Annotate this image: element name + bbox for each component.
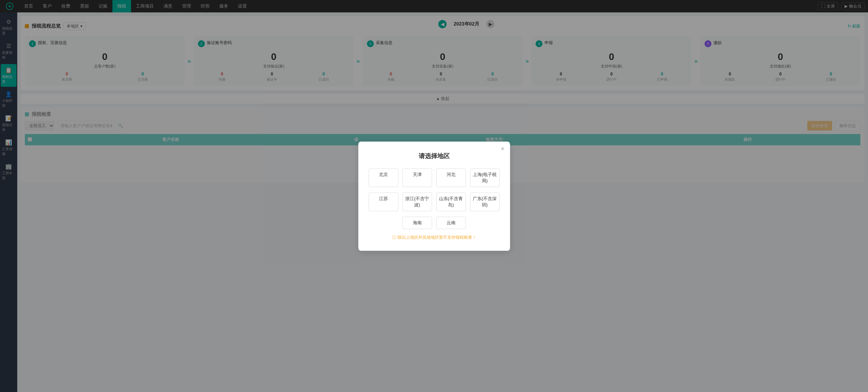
region-grid-row1: 北京 天津 河北 上海(电子税局) bbox=[369, 168, 500, 187]
region-btn-yunnan[interactable]: 云南 bbox=[436, 217, 466, 229]
region-grid-row2: 江苏 浙江(不含宁波) 山东(不含青岛) 广东(不含深圳) bbox=[369, 193, 500, 211]
modal-overlay[interactable]: × 请选择地区 北京 天津 河北 上海(电子税局) 江苏 浙江(不含宁波) 山东… bbox=[0, 0, 868, 392]
region-btn-tianjin[interactable]: 天津 bbox=[402, 168, 432, 187]
region-btn-hebei[interactable]: 河北 bbox=[436, 168, 466, 187]
region-btn-shandong[interactable]: 山东(不含青岛) bbox=[436, 193, 466, 211]
modal-close-button[interactable]: × bbox=[501, 146, 505, 152]
region-btn-guangdong[interactable]: 广东(不含深圳) bbox=[470, 193, 500, 211]
region-btn-beijing[interactable]: 北京 bbox=[369, 168, 398, 187]
region-btn-hainan[interactable]: 海南 bbox=[402, 217, 432, 229]
region-grid-row3: 海南 云南 bbox=[369, 217, 500, 229]
modal-warning: ⓘ 除以上地区外其他地区暂不支持报税检查！ bbox=[369, 235, 500, 240]
region-btn-zhejiang[interactable]: 浙江(不含宁波) bbox=[402, 193, 432, 211]
region-btn-shanghai[interactable]: 上海(电子税局) bbox=[470, 168, 500, 187]
region-btn-jiangsu[interactable]: 江苏 bbox=[369, 193, 398, 211]
region-select-modal: × 请选择地区 北京 天津 河北 上海(电子税局) 江苏 浙江(不含宁波) 山东… bbox=[358, 142, 510, 251]
warning-text: 除以上地区外其他地区暂不支持报税检查！ bbox=[398, 235, 476, 240]
warning-icon: ⓘ bbox=[392, 235, 396, 240]
modal-title: 请选择地区 bbox=[369, 152, 500, 160]
